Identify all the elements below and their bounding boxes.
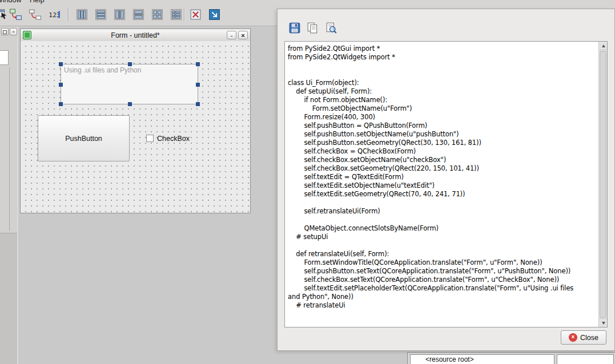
textedit-widget[interactable]: Using .ui files and Python [61,64,198,104]
form-editor-window: Form - untitled* - × Using .ui files and… [20,29,251,213]
dock-float-icon [3,30,7,34]
adjust-size-button[interactable] [207,7,222,22]
layout-splitter-horizontal-button[interactable] [112,7,127,22]
menubar: Window Help [0,0,183,5]
scroll-up-button[interactable] [599,42,608,50]
edit-tab-order-icon: 123 [48,8,61,21]
qt-designer-app: Window Help [0,0,615,364]
dock-filter-input-fragment[interactable] [0,50,9,65]
save-icon [288,22,301,34]
toolbar-separator [184,8,184,21]
break-layout-icon [189,8,202,21]
minimize-button[interactable]: - [227,31,236,39]
textedit-placeholder: Using .ui files and Python [64,66,141,74]
layout-grid-button[interactable] [150,7,165,22]
scroll-down-button[interactable] [599,318,608,327]
layout-splitter-vertical-button[interactable] [131,7,146,22]
close-circle-icon: × [569,333,577,342]
layout-splitter-horizontal-icon [113,8,126,21]
layout-vertical-button[interactable] [93,7,108,22]
layout-grid-icon [151,8,164,21]
edit-buddies-button[interactable] [27,7,43,22]
left-panel-fragment [0,233,17,364]
pushbutton-widget[interactable]: PushButton [38,115,130,161]
selection-handle[interactable] [59,62,63,66]
selection-handle[interactable] [196,102,200,106]
code-text: from PySide2.QtGui import * from PySide2… [285,42,607,310]
scrollbar-thumb[interactable] [600,51,606,318]
layout-form-icon [170,8,183,21]
code-view[interactable]: from PySide2.QtGui import * from PySide2… [284,41,608,327]
vertical-scrollbar[interactable] [598,42,607,327]
dock-close-icon: × [12,29,15,34]
menu-help[interactable]: Help [30,0,45,4]
resource-root-item[interactable]: <resource root> [410,354,554,364]
pushbutton-label: PushButton [65,135,102,143]
dock-splitter[interactable] [17,26,18,364]
layout-form-button[interactable] [168,7,184,22]
checkbox-widget[interactable]: CheckBox [146,127,204,150]
find-preview-button[interactable] [324,21,339,35]
dock-float-button[interactable] [1,28,9,35]
selection-handle[interactable] [59,102,63,106]
dialog-close-label: Close [580,334,598,342]
arrow-down-icon [602,322,605,325]
layout-vertical-icon [94,8,107,21]
selection-handle[interactable] [59,83,63,87]
arrow-up-icon [602,45,605,47]
dock-close-button[interactable]: × [10,28,17,35]
edit-signals-slots-button[interactable] [8,7,23,22]
layout-splitter-vertical-icon [132,8,145,21]
layout-horizontal-icon [75,8,89,21]
dialog-close-button[interactable]: × Close [561,330,606,345]
selection-handle[interactable] [128,62,132,66]
resource-browser-fragment: <resource root> [407,352,615,364]
copy-icon [306,22,319,34]
panel-fragment [557,354,614,364]
break-layout-button[interactable] [188,7,203,22]
selection-handle[interactable] [196,83,200,87]
menu-window[interactable]: Window [0,0,21,4]
form-window-titlebar[interactable]: Form - untitled* - × [21,29,250,42]
checkbox-indicator[interactable] [146,135,154,142]
view-code-dialog: from PySide2.QtGui import * from PySide2… [277,9,615,351]
find-preview-icon [325,22,337,34]
edit-signals-slots-icon [9,8,22,21]
checkbox-label: CheckBox [157,135,190,143]
form-canvas[interactable]: Using .ui files and Python PushButton Ch… [21,41,250,213]
form-window-title: Form - untitled* [21,31,250,39]
adjust-size-icon [208,8,221,21]
layout-horizontal-button[interactable] [74,7,90,22]
selection-handle[interactable] [128,102,132,106]
edit-widgets-icon [0,8,9,21]
save-button[interactable] [287,21,302,35]
edit-tab-order-button[interactable]: 123 [47,7,62,22]
dock-divider [9,67,10,230]
selection-handle[interactable] [196,62,200,66]
copy-button[interactable] [305,21,320,35]
edit-buddies-icon [29,8,42,21]
toolbar-separator [68,8,69,21]
close-button[interactable]: × [238,31,248,39]
